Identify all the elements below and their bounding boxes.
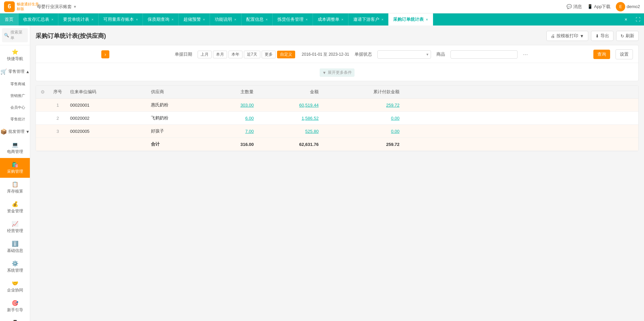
maximize-btn[interactable]: ⛶ — [632, 13, 644, 25]
footer-amount: 62,631.76 — [258, 138, 322, 151]
tab-expiry-query[interactable]: 保质期查询 × — [143, 13, 178, 25]
refresh-icon: ↻ — [621, 34, 624, 39]
page-actions: 🖨 按模板打印 ▼ ⬇ 导出 ↻ 刷新 — [546, 31, 639, 41]
close-icon[interactable]: × — [381, 17, 383, 21]
tab-receive-send[interactable]: 收发存汇总表 × — [18, 13, 58, 25]
tab-invite-downstream[interactable]: 邀请下游客户 × — [348, 13, 388, 25]
avatar-initials: E — [619, 4, 622, 9]
close-icon[interactable]: × — [136, 17, 138, 21]
close-icon[interactable]: × — [426, 17, 428, 21]
export-btn[interactable]: ⬇ 导出 — [591, 31, 613, 41]
settings-btn[interactable]: 设置 — [615, 49, 633, 59]
sidebar-item-member[interactable]: 会员中心 — [0, 102, 30, 113]
sidebar-item-retail[interactable]: 🛒 零售管理 ▲ — [0, 65, 30, 78]
ecommerce-icon: 💻 — [12, 142, 18, 148]
close-icon[interactable]: × — [341, 17, 343, 21]
cell-amount-2: 1,586.52 — [258, 112, 322, 125]
more-options-icon[interactable]: ··· — [523, 51, 528, 57]
table-settings-icon[interactable]: ⚙ — [41, 89, 45, 95]
filter-divider — [36, 63, 638, 63]
footer-label: 合计 — [147, 138, 207, 151]
col-amount: 金额 — [258, 86, 322, 99]
close-icon[interactable]: × — [203, 17, 205, 21]
search-btn[interactable]: 查询 — [593, 50, 610, 59]
message-btn[interactable]: 💬 消息 — [567, 4, 582, 10]
tab-cost-adjust[interactable]: 成本调整单 × — [313, 13, 348, 25]
cell-code-2: 00020002 — [66, 112, 147, 125]
print-btn[interactable]: 🖨 按模板打印 ▼ — [546, 31, 588, 41]
sidebar-item-finance[interactable]: 💰 资金管理 — [0, 198, 30, 217]
sidebar-item-enterprise-collab[interactable]: 🤝 企业协同 — [0, 277, 30, 297]
col-supplier-code: 往来单位编码 — [66, 86, 147, 99]
row-num-2: 2 — [49, 112, 66, 125]
quick-btn-this-year[interactable]: 本年 — [228, 51, 243, 58]
close-icon[interactable]: × — [91, 17, 93, 21]
status-select[interactable] — [377, 50, 431, 59]
sidebar-item-app-center[interactable]: 📱 应用中心 — [0, 316, 30, 321]
sidebar-item-quick-nav[interactable]: ⭐ 快捷导航 — [0, 45, 30, 65]
sidebar-item-retail-mall[interactable]: 零售商城 — [0, 78, 30, 90]
collapse-filter-btn[interactable]: › — [101, 50, 109, 58]
quick-nav-icon: ⭐ — [12, 49, 18, 55]
close-icon[interactable]: × — [51, 17, 53, 21]
close-icon[interactable]: × — [171, 17, 173, 21]
cell-paid-2: 0.00 — [323, 112, 404, 125]
sidebar-item-purchase[interactable]: 🛍️ 采购管理 — [0, 158, 30, 178]
close-icon[interactable]: × — [306, 17, 308, 21]
goods-input[interactable] — [450, 50, 518, 59]
workspace-name: 母婴行业演示账套 — [37, 4, 72, 10]
export-icon: ⬇ — [595, 34, 599, 39]
page-title: 采购订单统计表(按供应商) — [36, 32, 106, 40]
table-row: 3 00020005 好孩子 7.00 525.80 0.00 — [36, 125, 638, 138]
col-quantity: 主数量 — [207, 86, 258, 99]
search-input-box[interactable]: 🔍 搜索菜单 — [2, 28, 28, 42]
close-icon[interactable]: × — [266, 17, 268, 21]
tab-order-stats[interactable]: 要货单统计表 × — [58, 13, 98, 25]
sidebar: 🔍 搜索菜单 ⭐ 快捷导航 🛒 零售管理 ▲ 零售商城 营销推广 会员中心 — [0, 25, 30, 321]
sidebar-item-inventory[interactable]: 📋 库存核算 — [0, 178, 30, 198]
refresh-btn[interactable]: ↻ 刷新 — [616, 31, 639, 41]
quick-btn-this-month[interactable]: 本月 — [213, 51, 227, 58]
sidebar-item-retail-stats[interactable]: 零售统计 — [0, 113, 30, 125]
close-icon[interactable]: × — [234, 17, 236, 21]
quick-btn-more[interactable]: 更多 — [262, 51, 276, 58]
operations-icon: 📈 — [12, 221, 18, 227]
tab-picking-task[interactable]: 拣货任务管理 × — [273, 13, 313, 25]
quick-btn-last-month[interactable]: 上月 — [198, 51, 212, 58]
table-container: ⚙ 序号 往来单位编码 供应商 主数量 金额 累计付款金额 — [36, 85, 639, 151]
sidebar-item-operations[interactable]: 📈 经营管理 — [0, 217, 30, 237]
tab-overstock-warning[interactable]: 超储预警 × — [179, 13, 210, 25]
sidebar-search[interactable]: 🔍 搜索菜单 — [0, 25, 30, 45]
cell-code-3: 00020005 — [66, 125, 147, 138]
sidebar-item-system[interactable]: ⚙️ 系统管理 — [0, 257, 30, 277]
expand-more-btn[interactable]: ▼ 展开更多条件 — [320, 68, 355, 77]
quick-btn-custom[interactable]: 自定义 — [277, 51, 295, 58]
tab-available-stock[interactable]: 可用量库存账本 × — [99, 13, 143, 25]
sidebar-item-marketing[interactable]: 营销推广 — [0, 90, 30, 102]
sidebar-item-ecommerce[interactable]: 💻 电商管理 — [0, 138, 30, 158]
phone-icon: 📱 — [587, 4, 593, 9]
page-header: 采购订单统计表(按供应商) 🖨 按模板打印 ▼ ⬇ 导出 ↻ 刷新 — [36, 31, 639, 41]
data-table: ⚙ 序号 往来单位编码 供应商 主数量 金额 累计付款金额 — [36, 86, 638, 151]
cell-paid-1: 259.72 — [323, 99, 404, 112]
close-tab-btn[interactable]: × — [620, 13, 632, 25]
quick-btn-7days[interactable]: 近7天 — [244, 51, 260, 58]
tab-purchase-stats[interactable]: 采购订单统计表 × — [388, 13, 433, 25]
tab-home[interactable]: 首页 — [0, 13, 18, 25]
col-num: 序号 — [49, 86, 66, 99]
message-icon: 💬 — [567, 4, 572, 9]
cell-supplier-2: 飞鹤奶粉 — [147, 112, 207, 125]
cell-qty-2: 6.00 — [207, 112, 258, 125]
app-download-btn[interactable]: 📱 App下载 — [587, 4, 610, 10]
sidebar-item-wholesale[interactable]: 📦 批发管理 ▼ — [0, 125, 30, 138]
tab-config-info[interactable]: 配置信息 × — [241, 13, 273, 25]
tab-function-desc[interactable]: 功能说明 × — [210, 13, 241, 25]
sidebar-item-new-guide[interactable]: 🎯 新手引导 — [0, 297, 30, 316]
table-row: 2 00020002 飞鹤奶粉 6.00 1,586.52 0.00 — [36, 112, 638, 125]
sidebar-item-basic-info[interactable]: ℹ️ 基础信息 — [0, 237, 30, 257]
date-range-display: 2016-01-01 至 2023-12-31 — [302, 52, 349, 57]
workspace-selector[interactable]: 母婴行业演示账套 ▼ — [37, 4, 77, 10]
row-num-3: 3 — [49, 125, 66, 138]
user-btn[interactable]: E demo2 — [616, 2, 640, 11]
filter-expand-row: ▼ 展开更多条件 — [41, 66, 633, 77]
